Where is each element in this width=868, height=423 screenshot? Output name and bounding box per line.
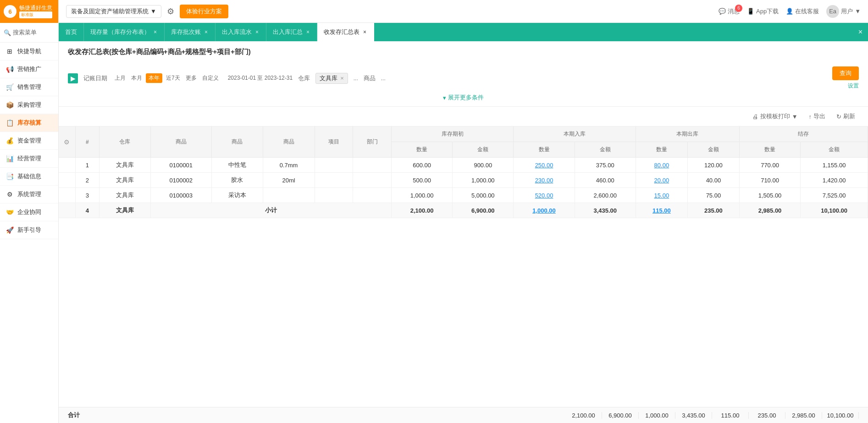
messages-badge: 6 — [735, 5, 742, 12]
tab-bar-close-button[interactable]: × — [853, 28, 868, 36]
app-download-button[interactable]: 📱 App下载 — [747, 7, 779, 16]
tab-receive-send-close[interactable]: × — [362, 29, 367, 35]
td-in-qty[interactable]: 250.00 — [514, 158, 575, 173]
tab-stock-dist-label: 现存量（库存分布表） — [90, 28, 150, 36]
column-settings-button[interactable]: ⚙ — [64, 138, 70, 146]
expand-chevron-icon: ▾ — [443, 94, 446, 101]
table-row: 1 文具库 0100001 中性笔 0.7mm 600.00 900.00 25… — [59, 158, 868, 173]
tab-inout-flow-label: 出入库流水 — [222, 28, 252, 36]
date-btn-custom[interactable]: 自定义 — [200, 73, 221, 83]
td-out-amt: 75.00 — [687, 188, 739, 203]
sidebar-item-marketing[interactable]: 📢 营销推广 — [0, 60, 58, 78]
td-out-amt: 40.00 — [687, 173, 739, 188]
td-goods-name: 胶水 — [211, 173, 263, 188]
tab-receive-send[interactable]: 收发存汇总表 × — [317, 23, 374, 41]
td-project — [315, 173, 353, 188]
th-settings: ⚙ — [59, 126, 75, 158]
sidebar-item-operations[interactable]: 📊 经营管理 — [0, 150, 58, 168]
print-button[interactable]: 🖨 按模板打印 ▼ — [749, 110, 802, 122]
sidebar-item-quick-nav[interactable]: ⊞ 快捷导航 — [0, 43, 58, 60]
td-no: 3 — [75, 188, 100, 203]
sidebar-item-purchase[interactable]: 📦 采购管理 — [0, 96, 58, 114]
date-btn-cur-year[interactable]: 本年 — [146, 73, 162, 83]
online-service-button[interactable]: 👤 在线客服 — [786, 7, 819, 16]
export-button[interactable]: ↑ 导出 — [805, 110, 829, 122]
user-menu-button[interactable]: Ea 用户 ▼ — [826, 5, 861, 18]
td-in-amt: 460.00 — [575, 173, 636, 188]
expand-more-button[interactable]: ▾ 展开更多条件 — [443, 93, 484, 102]
tab-inout-summary[interactable]: 出入库汇总 × — [266, 23, 317, 41]
sidebar-item-guide[interactable]: 🚀 新手引导 — [0, 221, 58, 239]
tab-bar: 首页 现存量（库存分布表） × 库存批次账 × 出入库流水 × 出入库汇总 × … — [59, 23, 868, 41]
th-out-amt: 金额 — [687, 142, 739, 158]
date-btn-more[interactable]: 更多 — [184, 73, 199, 83]
trial-button[interactable]: 体验行业方案 — [180, 5, 228, 18]
td-goods-spec: 0.7mm — [263, 158, 315, 173]
th-in-amt: 金额 — [575, 142, 636, 158]
date-btn-7days[interactable]: 近7天 — [164, 73, 182, 83]
footer-total-label: 合计 — [68, 411, 80, 419]
tab-stock-dist-close[interactable]: × — [153, 29, 158, 35]
header-right: 💬 消息 6 📱 App下载 👤 在线客服 Ea 用户 ▼ — [719, 5, 861, 18]
sidebar-item-basic-info[interactable]: 📑 基础信息 — [0, 168, 58, 186]
th-group-in: 本期入库 — [514, 126, 636, 142]
tab-home[interactable]: 首页 — [59, 23, 84, 41]
th-goods-name: 商品 — [211, 126, 263, 158]
query-button[interactable]: 查询 — [832, 66, 859, 80]
td-in-qty[interactable]: 520.00 — [514, 188, 575, 203]
sidebar-item-sales[interactable]: 🛒 销售管理 — [0, 78, 58, 96]
sidebar-item-inventory[interactable]: 📋 库存核算 — [0, 114, 58, 132]
td-in-amt: 2,600.00 — [575, 188, 636, 203]
toolbar-right: 🖨 按模板打印 ▼ ↑ 导出 ↻ 刷新 — [749, 110, 859, 122]
goods-more[interactable]: ... — [381, 75, 386, 82]
service-icon: 👤 — [786, 8, 793, 15]
warehouse-more[interactable]: ... — [354, 75, 358, 82]
td-subtotal-in-qty[interactable]: 1,000.00 — [514, 203, 575, 218]
search-icon: 🔍 — [4, 29, 11, 36]
settings-link-button[interactable]: 设置 — [848, 82, 859, 90]
date-btn-cur-month[interactable]: 本月 — [129, 73, 144, 83]
page-header: 收发存汇总表(按仓库+商品编码+商品+规格型号+项目+部门) — [59, 41, 868, 62]
messages-button[interactable]: 💬 消息 6 — [719, 7, 740, 16]
td-opening-qty: 500.00 — [391, 173, 452, 188]
refresh-button[interactable]: ↻ 刷新 — [833, 110, 859, 122]
td-out-qty[interactable]: 80.00 — [636, 158, 687, 173]
th-out-qty: 数量 — [636, 142, 687, 158]
tab-inout-flow-close[interactable]: × — [254, 29, 260, 35]
tab-inout-flow[interactable]: 出入库流水 × — [216, 23, 266, 41]
td-opening-qty: 1,000.00 — [391, 188, 452, 203]
table-row: 2 文具库 0100002 胶水 20ml 500.00 1,000.00 23… — [59, 173, 868, 188]
sidebar-search[interactable]: 🔍 搜索菜单 — [0, 23, 58, 43]
th-goods-spec: 商品 — [263, 126, 315, 158]
td-subtotal-out-qty[interactable]: 115.00 — [636, 203, 687, 218]
sidebar-item-finance[interactable]: 💰 资金管理 — [0, 132, 58, 150]
td-dept — [353, 188, 392, 203]
tab-inout-summary-close[interactable]: × — [305, 29, 310, 35]
td-goods-spec — [263, 188, 315, 203]
td-out-qty[interactable]: 15.00 — [636, 188, 687, 203]
th-in-qty: 数量 — [514, 142, 575, 158]
tab-home-label: 首页 — [65, 28, 77, 36]
tab-stock-dist[interactable]: 现存量（库存分布表） × — [84, 23, 165, 41]
tab-batch-account[interactable]: 库存批次账 × — [165, 23, 216, 41]
search-menu-button[interactable]: 🔍 搜索菜单 — [4, 27, 55, 38]
sidebar-item-system[interactable]: ⚙ 系统管理 — [0, 186, 58, 203]
td-out-qty[interactable]: 20.00 — [636, 173, 687, 188]
basic-info-icon: 📑 — [6, 172, 14, 181]
tab-batch-account-close[interactable]: × — [204, 29, 209, 35]
sidebar-nav: ⊞ 快捷导航 📢 营销推广 🛒 销售管理 📦 采购管理 📋 库存核算 💰 资金管… — [0, 43, 58, 423]
td-in-qty[interactable]: 230.00 — [514, 173, 575, 188]
filter-expand-button[interactable]: ▶ — [68, 73, 78, 83]
table-container: ⚙ # 仓库 商品 商品 商品 项目 部门 库存期初 本期入库 本期出库 结存 — [59, 126, 868, 407]
warehouse-tag-close[interactable]: × — [340, 75, 344, 82]
sidebar-item-label: 采购管理 — [17, 101, 41, 109]
td-opening-amt: 5,000.00 — [453, 188, 514, 203]
table-footer: 合计 2,100.00 6,900.00 1,000.00 3,435.00 1… — [59, 407, 868, 423]
header-settings-button[interactable]: ⚙ — [167, 6, 174, 16]
sidebar-item-label: 基础信息 — [17, 172, 41, 181]
date-btn-prev-month[interactable]: 上月 — [113, 73, 127, 83]
table-toolbar: 🖨 按模板打印 ▼ ↑ 导出 ↻ 刷新 — [59, 107, 868, 126]
td-no: 1 — [75, 158, 100, 173]
sidebar-item-enterprise[interactable]: 🤝 企业协同 — [0, 203, 58, 221]
system-selector[interactable]: 装备及固定资产辅助管理系统 ▼ — [66, 5, 161, 18]
